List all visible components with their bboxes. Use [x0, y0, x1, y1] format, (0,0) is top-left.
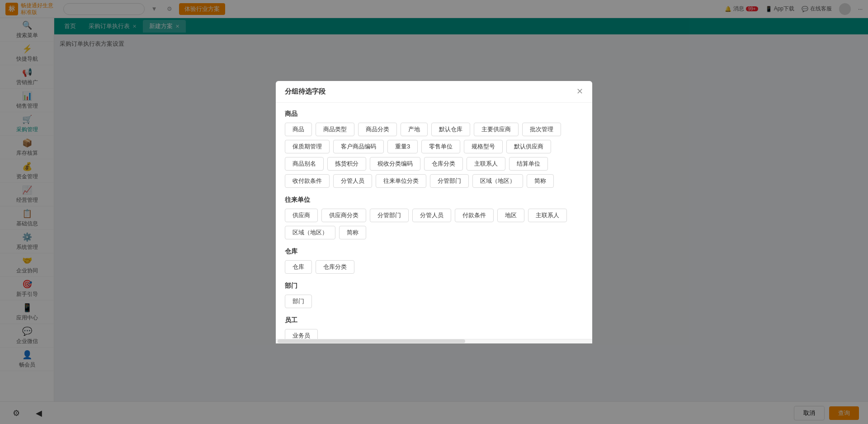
modal-close-button[interactable]: ✕ [576, 87, 583, 95]
field-section-title-warehouse: 仓库 [285, 248, 583, 256]
field-tag-goods-16[interactable]: 仓库分类 [424, 157, 463, 171]
field-tag-goods-14[interactable]: 拣货积分 [327, 157, 366, 171]
field-tag-goods-15[interactable]: 税收分类编码 [370, 157, 420, 171]
field-section-title-goods: 商品 [285, 110, 583, 118]
field-tag-goods-19[interactable]: 收付款条件 [285, 174, 330, 188]
field-tag-goods-5[interactable]: 主要供应商 [474, 123, 519, 136]
field-tag-goods-24[interactable]: 简称 [527, 174, 554, 188]
field-tags-warehouse: 仓库仓库分类 [285, 260, 583, 274]
field-tags-employee: 业务员 [285, 329, 583, 339]
scrollbar-thumb [278, 339, 465, 343]
field-tag-employee-0[interactable]: 业务员 [285, 329, 318, 339]
modal-dialog: 分组待选字段 ✕ 商品商品商品类型商品分类产地默认仓库主要供应商批次管理保质期管… [276, 81, 592, 343]
field-tag-goods-17[interactable]: 主联系人 [467, 157, 505, 171]
field-section-goods: 商品商品商品类型商品分类产地默认仓库主要供应商批次管理保质期管理客户商品编码重量… [285, 110, 583, 188]
field-tag-goods-8[interactable]: 客户商品编码 [333, 140, 384, 153]
field-tag-goods-2[interactable]: 商品分类 [358, 123, 397, 136]
field-section-partner: 往来单位供应商供应商分类分管部门分管人员付款条件地区主联系人区域（地区）简称 [285, 196, 583, 239]
field-tag-goods-0[interactable]: 商品 [285, 123, 312, 136]
field-tag-goods-10[interactable]: 零售单位 [421, 140, 460, 153]
field-tags-partner: 供应商供应商分类分管部门分管人员付款条件地区主联系人区域（地区）简称 [285, 209, 583, 239]
modal-horizontal-scrollbar[interactable] [276, 339, 592, 343]
field-tag-goods-13[interactable]: 商品别名 [285, 157, 324, 171]
field-tag-partner-1[interactable]: 供应商分类 [321, 209, 366, 222]
field-tag-partner-2[interactable]: 分管部门 [370, 209, 409, 222]
field-tag-goods-21[interactable]: 往来单位分类 [376, 174, 426, 188]
field-tag-partner-4[interactable]: 付款条件 [455, 209, 494, 222]
field-tag-goods-3[interactable]: 产地 [401, 123, 428, 136]
modal-title: 分组待选字段 [285, 87, 326, 96]
field-tag-goods-23[interactable]: 区域（地区） [472, 174, 523, 188]
field-section-title-partner: 往来单位 [285, 196, 583, 204]
field-tag-goods-18[interactable]: 结算单位 [509, 157, 548, 171]
field-tag-partner-0[interactable]: 供应商 [285, 209, 318, 222]
field-tag-goods-11[interactable]: 规格型号 [464, 140, 503, 153]
field-section-employee: 员工业务员 [285, 316, 583, 339]
field-tag-partner-3[interactable]: 分管人员 [412, 209, 451, 222]
field-tag-goods-12[interactable]: 默认供应商 [506, 140, 551, 153]
field-tag-goods-6[interactable]: 批次管理 [522, 123, 561, 136]
field-tag-goods-4[interactable]: 默认仓库 [431, 123, 470, 136]
field-tag-goods-9[interactable]: 重量3 [387, 140, 418, 153]
field-tag-warehouse-1[interactable]: 仓库分类 [316, 260, 354, 274]
field-section-title-employee: 员工 [285, 316, 583, 324]
field-tag-warehouse-0[interactable]: 仓库 [285, 260, 312, 274]
field-tags-goods: 商品商品类型商品分类产地默认仓库主要供应商批次管理保质期管理客户商品编码重量3零… [285, 123, 583, 188]
field-tag-partner-5[interactable]: 地区 [497, 209, 524, 222]
field-tag-goods-20[interactable]: 分管人员 [333, 174, 372, 188]
modal-overlay: 分组待选字段 ✕ 商品商品商品类型商品分类产地默认仓库主要供应商批次管理保质期管… [0, 0, 868, 424]
modal-header: 分组待选字段 ✕ [276, 81, 592, 103]
modal-body[interactable]: 商品商品商品类型商品分类产地默认仓库主要供应商批次管理保质期管理客户商品编码重量… [276, 103, 592, 339]
field-tags-department: 部门 [285, 295, 583, 308]
field-section-title-department: 部门 [285, 282, 583, 290]
field-tag-partner-7[interactable]: 区域（地区） [285, 226, 335, 239]
field-tag-partner-6[interactable]: 主联系人 [528, 209, 567, 222]
field-tag-goods-1[interactable]: 商品类型 [316, 123, 354, 136]
field-tag-goods-7[interactable]: 保质期管理 [285, 140, 330, 153]
field-section-warehouse: 仓库仓库仓库分类 [285, 248, 583, 274]
field-tag-department-0[interactable]: 部门 [285, 295, 312, 308]
field-section-department: 部门部门 [285, 282, 583, 308]
field-tag-partner-8[interactable]: 简称 [339, 226, 366, 239]
field-tag-goods-22[interactable]: 分管部门 [430, 174, 469, 188]
